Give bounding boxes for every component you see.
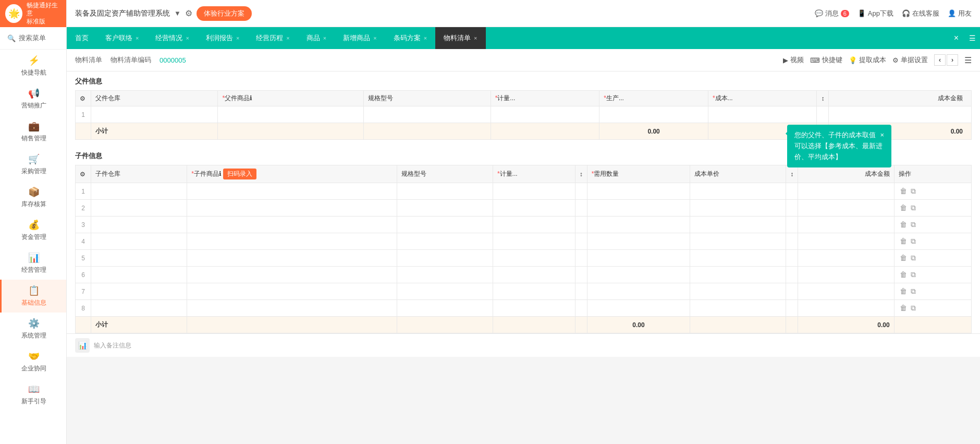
trial-button[interactable]: 体验行业方案 (197, 6, 252, 21)
child-row-4-goods[interactable] (187, 233, 397, 250)
child-row-5-copy[interactable]: ⧉ (910, 253, 917, 263)
sidebar-item-collab[interactable]: 🤝 企业协同 (0, 345, 66, 378)
child-row-5-quantity[interactable] (587, 250, 690, 267)
child-row-2-delete[interactable]: 🗑 (899, 202, 908, 213)
child-row-3-goods[interactable] (187, 217, 397, 233)
child-row-8-unit[interactable] (493, 300, 575, 317)
tab-bom[interactable]: 物料清单 × (435, 27, 485, 49)
sidebar-item-inventory[interactable]: 📦 库存核算 (0, 181, 66, 214)
tab-close-ops-history[interactable]: × (286, 35, 289, 41)
tab-ops-history[interactable]: 经营历程 × (248, 27, 298, 49)
child-row-6-quantity[interactable] (587, 267, 690, 283)
child-row-5-goods[interactable] (187, 250, 397, 267)
extract-cost-button[interactable]: 💡 提取成本 (849, 55, 886, 65)
child-row-1-goods[interactable] (187, 183, 397, 200)
user-menu[interactable]: 👤 用友 (948, 9, 972, 18)
child-row-4-quantity[interactable] (587, 233, 690, 250)
child-row-4-copy[interactable]: ⧉ (910, 236, 917, 247)
child-row-6-warehouse[interactable] (91, 267, 187, 283)
sidebar-item-sales[interactable]: 💼 销售管理 (0, 115, 66, 148)
child-row-1-delete[interactable]: 🗑 (899, 186, 908, 196)
child-row-4-warehouse[interactable] (91, 233, 187, 250)
sidebar-search[interactable]: 🔍 搜索菜单 (0, 27, 66, 50)
child-row-1-copy[interactable]: ⧉ (910, 186, 917, 197)
child-row-5-delete[interactable]: 🗑 (899, 253, 908, 263)
child-row-1-quantity[interactable] (587, 183, 690, 200)
child-row-6-copy[interactable]: ⧉ (910, 269, 917, 280)
child-row-2-goods[interactable] (187, 200, 397, 217)
child-row-3-spec[interactable] (397, 217, 493, 233)
child-row-7-copy[interactable]: ⧉ (910, 286, 917, 297)
child-row-8-goods[interactable] (187, 300, 397, 317)
child-row-7-spec[interactable] (397, 283, 493, 300)
message-button[interactable]: 💬 消息 6 (815, 9, 849, 18)
child-row-8-unit-cost[interactable] (690, 300, 786, 317)
child-row-4-unit-cost[interactable] (690, 233, 786, 250)
child-row-1-warehouse[interactable] (91, 183, 187, 200)
tab-close-new-goods[interactable]: × (373, 35, 376, 41)
child-row-6-unit-cost[interactable] (690, 267, 786, 283)
child-row-4-delete[interactable]: 🗑 (899, 236, 908, 246)
tab-home[interactable]: 首页 (67, 27, 97, 49)
sidebar-item-purchase[interactable]: 🛒 采购管理 (0, 148, 66, 181)
child-row-2-quantity[interactable] (587, 200, 690, 217)
child-row-4-unit[interactable] (493, 233, 575, 250)
search-button[interactable]: 🔍 搜索菜单 (5, 31, 61, 45)
child-row-7-goods[interactable] (187, 283, 397, 300)
child-row-8-warehouse[interactable] (91, 300, 187, 317)
child-row-3-delete[interactable]: 🗑 (899, 219, 908, 230)
child-row-3-unit[interactable] (493, 217, 575, 233)
tab-goods[interactable]: 商品 × (298, 27, 335, 49)
tab-menu-icon[interactable]: ☰ (965, 34, 980, 42)
parent-row-1-warehouse[interactable] (91, 106, 218, 123)
child-row-8-quantity[interactable] (587, 300, 690, 317)
sidebar-item-marketing[interactable]: 📢 营销推广 (0, 82, 66, 115)
child-row-7-unit[interactable] (493, 283, 575, 300)
tab-close-ops-status[interactable]: × (186, 35, 189, 41)
tab-close-goods[interactable]: × (323, 35, 326, 41)
child-row-1-unit-cost[interactable] (690, 183, 786, 200)
child-row-2-warehouse[interactable] (91, 200, 187, 217)
close-all-tabs[interactable]: × (948, 33, 965, 43)
sidebar-item-guide[interactable]: 📖 新手引导 (0, 378, 66, 411)
parent-row-1-production[interactable] (599, 106, 708, 123)
tab-new-goods[interactable]: 新增商品 × (335, 27, 385, 49)
child-row-7-delete[interactable]: 🗑 (899, 286, 908, 296)
settings-icon[interactable]: ⚙ (185, 8, 192, 18)
tab-close-profit-report[interactable]: × (236, 35, 239, 41)
child-row-3-copy[interactable]: ⧉ (910, 219, 917, 230)
scan-input-button[interactable]: 扫码录入 (223, 169, 256, 179)
child-row-3-quantity[interactable] (587, 217, 690, 233)
sidebar-item-system[interactable]: ⚙️ 系统管理 (0, 313, 66, 345)
child-row-2-unit[interactable] (493, 200, 575, 217)
child-row-8-delete[interactable]: 🗑 (899, 303, 908, 313)
child-row-6-spec[interactable] (397, 267, 493, 283)
sidebar-item-basic-info[interactable]: 📋 基础信息 (0, 280, 66, 313)
tab-close-customer[interactable]: × (136, 35, 139, 41)
sidebar-item-finance[interactable]: 💰 资金管理 (0, 214, 66, 247)
single-settings-button[interactable]: ⚙ 单据设置 (892, 55, 928, 65)
online-service-button[interactable]: 🎧 在线客服 (902, 9, 939, 18)
prev-page-button[interactable]: ‹ (934, 54, 946, 66)
parent-row-1-cost[interactable] (708, 106, 817, 123)
child-row-5-warehouse[interactable] (91, 250, 187, 267)
child-row-5-unit-cost[interactable] (690, 250, 786, 267)
tab-close-bom[interactable]: × (474, 35, 477, 41)
sidebar-item-quick-nav[interactable]: ⚡ 快捷导航 (0, 50, 66, 82)
child-row-3-unit-cost[interactable] (690, 217, 786, 233)
parent-row-1-goods[interactable] (218, 106, 364, 123)
child-row-8-copy[interactable]: ⧉ (910, 303, 917, 314)
child-row-6-unit[interactable] (493, 267, 575, 283)
child-row-7-warehouse[interactable] (91, 283, 187, 300)
child-row-2-spec[interactable] (397, 200, 493, 217)
child-row-5-spec[interactable] (397, 250, 493, 267)
child-row-2-unit-cost[interactable] (690, 200, 786, 217)
tab-profit-report[interactable]: 利润报告 × (198, 27, 248, 49)
app-download-button[interactable]: 📱 App下载 (858, 9, 893, 18)
shortcut-button[interactable]: ⌨ 快捷键 (810, 55, 842, 65)
dropdown-arrow[interactable]: ▼ (174, 9, 181, 17)
sidebar-item-operations[interactable]: 📊 经营管理 (0, 247, 66, 280)
child-row-6-goods[interactable] (187, 267, 397, 283)
parent-col-settings[interactable]: ⚙ (76, 91, 91, 106)
tab-barcode[interactable]: 条码方案 × (385, 27, 435, 49)
